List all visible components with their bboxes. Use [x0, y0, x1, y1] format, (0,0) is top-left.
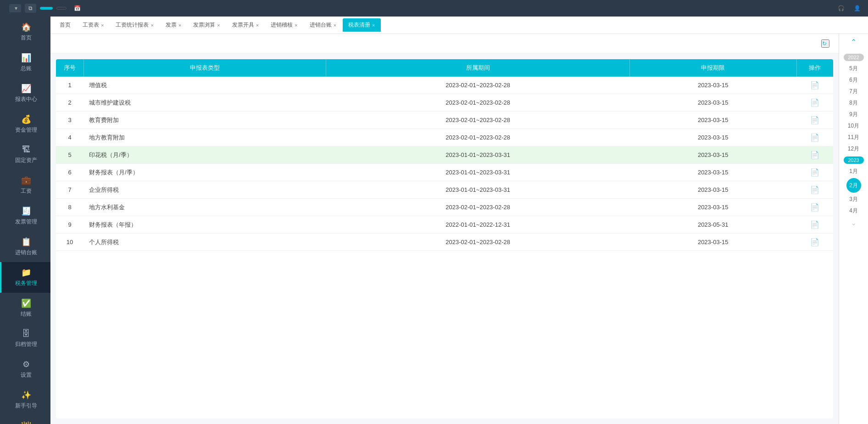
tab-税表清册[interactable]: 税表清册× — [343, 18, 380, 32]
tab-close-btn[interactable]: × — [217, 22, 220, 28]
sidebar: 🏠首页📊总账📈报表中心💰资金管理🏗固定资产💼工资🧾发票管理📋进销台账📁税务管理✅… — [0, 17, 50, 424]
sidebar-item-报表中心[interactable]: 📈报表中心 — [0, 78, 50, 109]
top-bar: ▾ ⧉ 📅 🎧 👤 — [0, 0, 868, 17]
switch-old-button[interactable] — [56, 7, 67, 10]
tab-close-btn[interactable]: × — [295, 22, 297, 28]
action-doc-icon[interactable]: 📄 — [810, 116, 819, 124]
tab-close-btn[interactable]: × — [334, 22, 336, 28]
user-menu[interactable]: 👤 — [854, 5, 862, 11]
tab-close-btn[interactable]: × — [178, 22, 181, 28]
sidebar-icon-8: 📁 — [21, 268, 31, 278]
headset-icon: 🎧 — [838, 5, 845, 11]
tab-close-btn[interactable]: × — [101, 22, 104, 28]
refresh-button[interactable]: ↻ — [821, 39, 829, 48]
sidebar-icon-7: 📋 — [21, 237, 31, 247]
row-type: 印花税（月/季） — [83, 146, 326, 164]
row-type: 财务报表（年报） — [83, 216, 326, 234]
copy-icon-btn[interactable]: ⧉ — [25, 4, 36, 13]
sidebar-item-发票管理[interactable]: 🧾发票管理 — [0, 201, 50, 231]
sidebar-label: 归档管理 — [15, 340, 37, 348]
rs-month-4月[interactable]: 4月 — [844, 205, 864, 217]
sidebar-item-工资[interactable]: 💼工资 — [0, 170, 50, 201]
rs-month-9月[interactable]: 9月 — [844, 109, 864, 120]
data-table: 序号申报表类型所属期间申报期限操作 1 增值税 2023-02-01~2023-… — [56, 59, 833, 251]
row-no: 7 — [56, 181, 83, 199]
sidebar-item-进销台账[interactable]: 📋进销台账 — [0, 231, 50, 262]
rs-month-3月[interactable]: 3月 — [844, 194, 864, 205]
rs-year-2023[interactable]: 2023 — [844, 156, 864, 164]
row-action[interactable]: 📄 — [796, 234, 833, 251]
tab-首页[interactable]: 首页 — [54, 18, 76, 32]
tab-进销稽核[interactable]: 进销稽核× — [265, 18, 303, 32]
sidebar-item-固定资产[interactable]: 🏗固定资产 — [0, 139, 50, 170]
sidebar-item-新手引导[interactable]: ✨新手引导 — [0, 385, 50, 415]
action-doc-icon[interactable]: 📄 — [810, 99, 819, 106]
rs-month-11月[interactable]: 11月 — [844, 132, 864, 143]
sidebar-icon-13: 👑 — [21, 421, 31, 424]
row-deadline: 2023-03-15 — [629, 164, 796, 181]
row-action[interactable]: 📄 — [796, 112, 833, 129]
row-type: 个人所得税 — [83, 234, 326, 251]
row-action[interactable]: 📄 — [796, 77, 833, 94]
tab-close-btn[interactable]: × — [372, 22, 375, 28]
sidebar-icon-2: 📈 — [21, 84, 31, 94]
rs-month-8月[interactable]: 8月 — [844, 97, 864, 109]
row-action[interactable]: 📄 — [796, 216, 833, 234]
tab-close-btn[interactable]: × — [150, 22, 153, 28]
action-doc-icon[interactable]: 📄 — [810, 81, 819, 89]
action-doc-icon[interactable]: 📄 — [810, 168, 819, 176]
rs-month-6月[interactable]: 6月 — [844, 74, 864, 86]
sidebar-item-结账[interactable]: ✅结账 — [0, 293, 50, 324]
row-action[interactable]: 📄 — [796, 181, 833, 199]
sidebar-item-资金管理[interactable]: 💰资金管理 — [0, 109, 50, 139]
company-selector[interactable]: ▾ — [9, 4, 21, 12]
row-no: 1 — [56, 77, 83, 94]
rs-month-5月[interactable]: 5月 — [844, 63, 864, 74]
ai-consult-btn[interactable]: 🎧 — [838, 5, 846, 11]
tab-进销台账[interactable]: 进销台账× — [304, 18, 342, 32]
rs-month-12月[interactable]: 12月 — [844, 143, 864, 155]
sidebar-label: 总账 — [21, 65, 32, 73]
tab-label: 进销台账 — [310, 21, 332, 29]
top-bar-right: 🎧 👤 — [838, 5, 862, 11]
row-action[interactable]: 📄 — [796, 94, 833, 112]
table-row: 2 城市维护建设税 2023-02-01~2023-02-28 2023-03-… — [56, 94, 833, 112]
sidebar-item-设置[interactable]: ⚙设置 — [0, 354, 50, 385]
table-row: 3 教育费附加 2023-02-01~2023-02-28 2023-03-15… — [56, 112, 833, 129]
row-action[interactable]: 📄 — [796, 146, 833, 164]
sidebar-item-畅会员[interactable]: 👑畅会员 — [0, 415, 50, 424]
calendar-icon[interactable]: 📅 — [74, 5, 81, 11]
sidebar-label: 工资 — [21, 187, 32, 195]
tab-发票开具[interactable]: 发票开具× — [227, 18, 264, 32]
tab-发票[interactable]: 发票× — [160, 18, 187, 32]
tab-发票浏算[interactable]: 发票浏算× — [188, 18, 225, 32]
action-doc-icon[interactable]: 📄 — [810, 134, 819, 141]
rs-month-10月[interactable]: 10月 — [844, 120, 864, 132]
tab-工资统计报表[interactable]: 工资统计报表× — [110, 18, 159, 32]
action-doc-icon[interactable]: 📄 — [810, 221, 819, 229]
action-doc-icon[interactable]: 📄 — [810, 186, 819, 194]
sidebar-item-总账[interactable]: 📊总账 — [0, 47, 50, 78]
row-period: 2023-02-01~2023-02-28 — [326, 129, 629, 146]
row-no: 2 — [56, 94, 83, 112]
sidebar-item-归档管理[interactable]: 🗄归档管理 — [0, 324, 50, 354]
action-doc-icon[interactable]: 📄 — [810, 151, 819, 159]
sidebar-item-税务管理[interactable]: 📁税务管理 — [0, 262, 50, 293]
page-main: ↻ 序号申报表类型所属期间申报期限操作 1 增值税 2023-02-01~202… — [50, 34, 839, 424]
tab-close-btn[interactable]: × — [256, 22, 259, 28]
action-doc-icon[interactable]: 📄 — [810, 203, 819, 211]
rs-month-2月[interactable]: 2月 — [846, 178, 861, 193]
rs-year-2022[interactable]: 2022 — [844, 54, 864, 61]
sidebar-item-首页[interactable]: 🏠首页 — [0, 17, 50, 47]
workstation-button[interactable] — [40, 7, 53, 10]
scroll-down-btn[interactable]: ⌄ — [851, 218, 857, 227]
row-action[interactable]: 📄 — [796, 164, 833, 181]
sidebar-label: 进销台账 — [15, 249, 37, 257]
action-doc-icon[interactable]: 📄 — [810, 238, 819, 246]
scroll-up-btn[interactable]: ⌃ — [851, 38, 857, 46]
tab-工资表[interactable]: 工资表× — [77, 18, 109, 32]
row-action[interactable]: 📄 — [796, 129, 833, 146]
rs-month-1月[interactable]: 1月 — [844, 166, 864, 177]
row-action[interactable]: 📄 — [796, 199, 833, 216]
rs-month-7月[interactable]: 7月 — [844, 86, 864, 97]
